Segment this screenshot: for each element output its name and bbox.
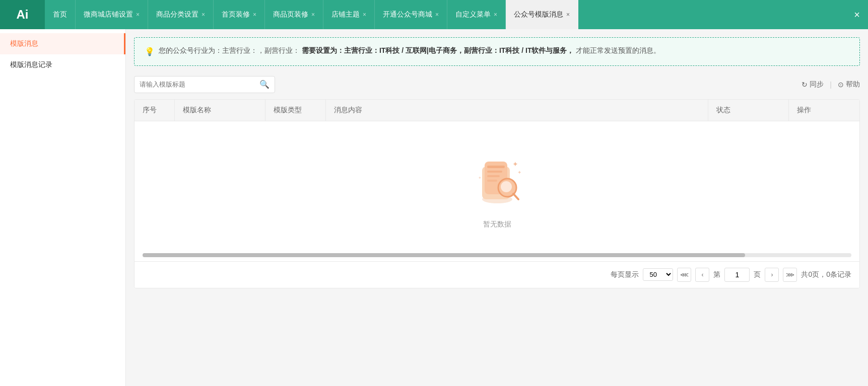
nav-tab-home[interactable]: 首页	[45, 0, 76, 29]
nav-tab-category[interactable]: 商品分类设置×	[148, 0, 214, 29]
svg-rect-5	[487, 175, 500, 177]
nav-tabs: 首页微商城店铺设置×商品分类设置×首页装修×商品页装修×店铺主题×开通公众号商城…	[45, 0, 846, 29]
svg-point-8	[501, 181, 512, 192]
close-all-button[interactable]: ×	[846, 0, 868, 29]
page-size-label: 每页显示	[611, 270, 639, 279]
main-content: 💡 您的公众号行业为：主营行业：，副营行业： 需要设置为：主营行业：IT科技 /…	[126, 29, 868, 386]
sidebar-item-template-msg-records[interactable]: 模版消息记录	[0, 54, 125, 75]
prev-page-icon: ‹	[701, 271, 703, 278]
empty-text: 暂无数据	[483, 220, 511, 229]
empty-state: ✦ ✦ ✦ 暂无数据	[135, 121, 859, 249]
first-page-button[interactable]: ⋘	[677, 268, 691, 282]
horizontal-scrollbar[interactable]	[135, 253, 859, 257]
col-index: 序号	[135, 100, 175, 121]
svg-rect-6	[487, 180, 497, 182]
next-page-button[interactable]: ›	[765, 268, 779, 282]
close-tab-templatemsg-icon[interactable]: ×	[566, 11, 570, 18]
notice-icon: 💡	[145, 45, 155, 58]
next-page-icon: ›	[771, 271, 773, 278]
main-layout: 模版消息 模版消息记录 💡 您的公众号行业为：主营行业：，副营行业： 需要设置为…	[0, 29, 868, 386]
search-input[interactable]	[140, 81, 259, 88]
table-header: 序号 模版名称 模版类型 消息内容 状态 操作	[135, 100, 859, 121]
close-tab-mall-icon[interactable]: ×	[435, 11, 439, 18]
total-label: 共0页，0条记录	[801, 270, 851, 279]
last-page-button[interactable]: ⋙	[783, 268, 797, 282]
page-size-select[interactable]: 50 10 20 100	[643, 268, 673, 281]
svg-text:✦: ✦	[478, 176, 482, 180]
col-type: 模版类型	[265, 100, 326, 121]
close-tab-homepage-icon[interactable]: ×	[253, 11, 256, 18]
first-page-icon: ⋘	[680, 271, 689, 278]
nav-tab-productpage[interactable]: 商品页装修×	[265, 0, 323, 29]
page-word: 第	[713, 270, 720, 279]
svg-line-9	[513, 194, 518, 199]
prev-page-button[interactable]: ‹	[695, 268, 709, 282]
nav-tab-wshop[interactable]: 微商城店铺设置×	[76, 0, 148, 29]
search-actions: ↻ 同步 | ⊙ 帮助	[802, 80, 860, 89]
nav-tab-templatemsg[interactable]: 公众号模版消息×	[506, 0, 578, 29]
col-content: 消息内容	[326, 100, 708, 121]
close-tab-custommenu-icon[interactable]: ×	[494, 11, 497, 18]
sync-button[interactable]: ↻ 同步	[802, 80, 824, 89]
sidebar-item-template-msg[interactable]: 模版消息	[0, 33, 125, 54]
close-tab-category-icon[interactable]: ×	[202, 11, 205, 18]
empty-illustration: ✦ ✦ ✦	[467, 151, 527, 212]
svg-text:✦: ✦	[517, 170, 521, 175]
data-table: 序号 模版名称 模版类型 消息内容 状态 操作	[134, 99, 860, 288]
svg-rect-3	[487, 166, 505, 168]
svg-rect-4	[487, 171, 502, 173]
search-input-wrapper: 🔍	[134, 76, 275, 93]
search-button[interactable]: 🔍	[259, 80, 270, 89]
svg-text:✦: ✦	[512, 160, 518, 168]
close-tab-productpage-icon[interactable]: ×	[311, 11, 315, 18]
col-name: 模版名称	[175, 100, 265, 121]
sidebar: 模版消息 模版消息记录	[0, 29, 126, 386]
close-tab-wshop-icon[interactable]: ×	[136, 11, 140, 18]
nav-tab-custommenu[interactable]: 自定义菜单×	[447, 0, 506, 29]
nav-tab-mall[interactable]: 开通公众号商城×	[375, 0, 447, 29]
logo: Ai	[0, 0, 45, 29]
last-page-icon: ⋙	[786, 271, 794, 278]
nav-tab-homepage[interactable]: 首页装修×	[214, 0, 265, 29]
top-navigation: Ai 首页微商城店铺设置×商品分类设置×首页装修×商品页装修×店铺主题×开通公众…	[0, 0, 868, 29]
col-action: 操作	[789, 100, 859, 121]
col-status: 状态	[708, 100, 789, 121]
page-label: 页	[754, 270, 761, 279]
notice-box: 💡 您的公众号行业为：主营行业：，副营行业： 需要设置为：主营行业：IT科技 /…	[134, 37, 860, 66]
divider: |	[830, 81, 832, 89]
current-page-input[interactable]	[724, 268, 750, 282]
help-icon: ⊙	[838, 81, 844, 89]
help-button[interactable]: ⊙ 帮助	[838, 80, 860, 89]
search-bar: 🔍 ↻ 同步 | ⊙ 帮助	[134, 76, 860, 93]
sync-icon: ↻	[802, 81, 808, 89]
close-tab-theme-icon[interactable]: ×	[363, 11, 366, 18]
pagination: 每页显示 50 10 20 100 ⋘ ‹ 第 页 ›	[135, 261, 859, 288]
nav-tab-theme[interactable]: 店铺主题×	[323, 0, 375, 29]
